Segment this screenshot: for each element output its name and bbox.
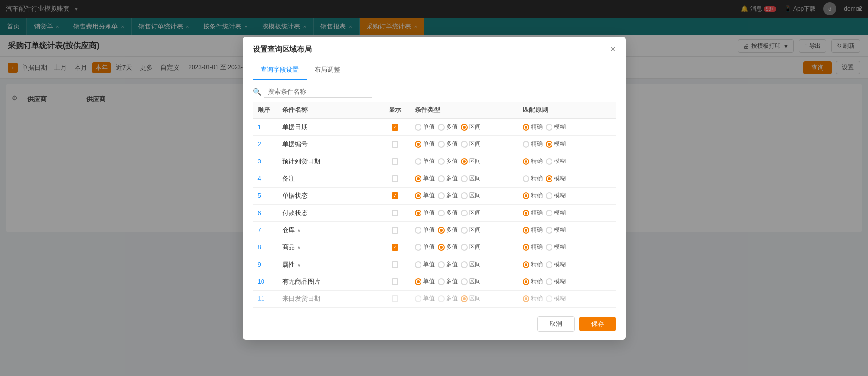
row9-display-checkbox[interactable] bbox=[392, 261, 398, 268]
row8-display bbox=[380, 239, 410, 256]
row5-display bbox=[380, 187, 410, 204]
row2-type-range[interactable]: 区间 bbox=[461, 140, 481, 148]
row2-match-fuzzy[interactable]: 模糊 bbox=[546, 140, 566, 148]
row7-dropdown-arrow: ∨ bbox=[297, 228, 301, 233]
row11-type-multi[interactable]: 多值 bbox=[438, 295, 458, 303]
row8-type-range[interactable]: 区间 bbox=[461, 243, 481, 251]
modal-title: 设置查询区域布局 bbox=[253, 45, 312, 54]
row6-type-multi[interactable]: 多值 bbox=[438, 209, 458, 217]
row8-type-multi[interactable]: 多值 bbox=[438, 243, 458, 251]
row7-type-range-radio bbox=[461, 227, 468, 234]
row6-display bbox=[380, 204, 410, 221]
row7-display-checkbox[interactable] bbox=[392, 227, 398, 234]
cancel-button[interactable]: 取消 bbox=[537, 316, 575, 332]
row1-match-fuzzy[interactable]: 模糊 bbox=[546, 123, 566, 131]
row5-type-multi[interactable]: 多值 bbox=[438, 191, 458, 200]
row5-match-fuzzy[interactable]: 模糊 bbox=[546, 191, 566, 200]
row9-match-exact[interactable]: 精确 bbox=[523, 260, 543, 269]
row10-type-single[interactable]: 单值 bbox=[415, 277, 435, 286]
row10-match: 精确 模糊 bbox=[518, 273, 616, 290]
row10-type-multi[interactable]: 多值 bbox=[438, 277, 458, 286]
modal-close-button[interactable]: × bbox=[610, 45, 616, 54]
row2-match-exact[interactable]: 精确 bbox=[523, 140, 543, 148]
row11-display-checkbox[interactable] bbox=[392, 295, 398, 302]
row4-match-fuzzy[interactable]: 模糊 bbox=[546, 174, 566, 183]
row4-match-exact[interactable]: 精确 bbox=[523, 174, 543, 183]
row11-match-exact[interactable]: 精确 bbox=[523, 295, 543, 303]
search-input[interactable] bbox=[264, 86, 372, 98]
row2-type-multi[interactable]: 多值 bbox=[438, 140, 458, 148]
row11-match-fuzzy-radio bbox=[546, 295, 552, 302]
row2-display bbox=[380, 135, 410, 153]
row5-display-checkbox[interactable] bbox=[392, 192, 398, 199]
row4-type-range[interactable]: 区间 bbox=[461, 174, 481, 183]
row4-type-single[interactable]: 单值 bbox=[415, 174, 435, 183]
settings-modal: 设置查询区域布局 × 查询字段设置 布局调整 🔍 顺序 条件名 bbox=[243, 37, 626, 340]
row3-type-range[interactable]: 区间 bbox=[461, 157, 481, 165]
row7-type-single[interactable]: 单值 bbox=[415, 226, 435, 234]
row3-name: 预计到货日期 bbox=[277, 153, 380, 170]
row7-type-range[interactable]: 区间 bbox=[461, 226, 481, 234]
table-row: 11 来日发货日期 单 bbox=[253, 290, 616, 307]
save-button[interactable]: 保存 bbox=[579, 317, 616, 331]
row3-type-single[interactable]: 单值 bbox=[415, 157, 435, 165]
row2-type: 单值 多值 区间 bbox=[410, 135, 518, 153]
row6-type-range[interactable]: 区间 bbox=[461, 209, 481, 217]
row8-match-fuzzy[interactable]: 模糊 bbox=[546, 243, 566, 251]
row5-type-single[interactable]: 单值 bbox=[415, 191, 435, 200]
row10-type-range[interactable]: 区间 bbox=[461, 277, 481, 286]
row2-type-multi-radio bbox=[438, 141, 445, 148]
row6-match-fuzzy[interactable]: 模糊 bbox=[546, 209, 566, 217]
row7-match-fuzzy[interactable]: 模糊 bbox=[546, 226, 566, 234]
row1-type-single[interactable]: 单值 bbox=[415, 123, 435, 131]
row2-display-checkbox[interactable] bbox=[392, 141, 398, 148]
row5-match-exact[interactable]: 精确 bbox=[523, 191, 543, 200]
row9-match-exact-radio bbox=[523, 261, 529, 268]
table-row: 4 备注 单值 bbox=[253, 170, 616, 187]
row5-type: 单值 多值 区间 bbox=[410, 187, 518, 204]
row6-match-exact[interactable]: 精确 bbox=[523, 209, 543, 217]
row10-match-exact[interactable]: 精确 bbox=[523, 277, 543, 286]
row7-type-multi[interactable]: 多值 bbox=[438, 226, 458, 234]
row3-match-fuzzy[interactable]: 模糊 bbox=[546, 157, 566, 165]
modal-overlay: 设置查询区域布局 × 查询字段设置 布局调整 🔍 顺序 条件名 bbox=[0, 0, 868, 376]
row4-display-checkbox[interactable] bbox=[392, 175, 398, 182]
row1-type-multi-radio bbox=[438, 124, 445, 131]
row6-type-single[interactable]: 单值 bbox=[415, 209, 435, 217]
row8-display-checkbox[interactable] bbox=[392, 244, 398, 251]
row9-match-fuzzy[interactable]: 模糊 bbox=[546, 260, 566, 269]
row9-type-range[interactable]: 区间 bbox=[461, 260, 481, 269]
row6-display-checkbox[interactable] bbox=[392, 210, 398, 216]
row8-match-exact[interactable]: 精确 bbox=[523, 243, 543, 251]
row10-display-checkbox[interactable] bbox=[392, 278, 398, 285]
th-match: 匹配原则 bbox=[518, 102, 616, 119]
row11-type-single[interactable]: 单值 bbox=[415, 295, 435, 303]
row2-name: 单据编号 bbox=[277, 135, 380, 153]
row5-match: 精确 模糊 bbox=[518, 187, 616, 204]
modal-tab-layout[interactable]: 布局调整 bbox=[307, 60, 348, 80]
row8-match-fuzzy-radio bbox=[546, 244, 552, 251]
row11-match-fuzzy[interactable]: 模糊 bbox=[546, 295, 566, 303]
row7-match: 精确 模糊 bbox=[518, 221, 616, 239]
row3-type-multi[interactable]: 多值 bbox=[438, 157, 458, 165]
row3-display-checkbox[interactable] bbox=[392, 158, 398, 165]
row3-match-exact[interactable]: 精确 bbox=[523, 157, 543, 165]
row8-type-single[interactable]: 单值 bbox=[415, 243, 435, 251]
modal-tab-query-fields[interactable]: 查询字段设置 bbox=[253, 60, 307, 80]
row9-type-single[interactable]: 单值 bbox=[415, 260, 435, 269]
row5-type-range[interactable]: 区间 bbox=[461, 191, 481, 200]
row4-type-multi[interactable]: 多值 bbox=[438, 174, 458, 183]
row2-type-single[interactable]: 单值 bbox=[415, 140, 435, 148]
row7-type-single-radio bbox=[415, 227, 421, 234]
row7-type-multi-radio bbox=[438, 227, 445, 234]
row9-type-multi[interactable]: 多值 bbox=[438, 260, 458, 269]
row1-match-exact[interactable]: 精确 bbox=[523, 123, 543, 131]
row11-type-range[interactable]: 区间 bbox=[461, 295, 481, 303]
row7-match-exact[interactable]: 精确 bbox=[523, 226, 543, 234]
row7-type: 单值 多值 区间 bbox=[410, 221, 518, 239]
row10-match-fuzzy[interactable]: 模糊 bbox=[546, 277, 566, 286]
row1-display-checkbox[interactable] bbox=[392, 124, 398, 131]
row1-type-range[interactable]: 区间 bbox=[461, 123, 481, 131]
row1-type-multi[interactable]: 多值 bbox=[438, 123, 458, 131]
row1-type: 单值 多值 区间 bbox=[410, 118, 518, 135]
